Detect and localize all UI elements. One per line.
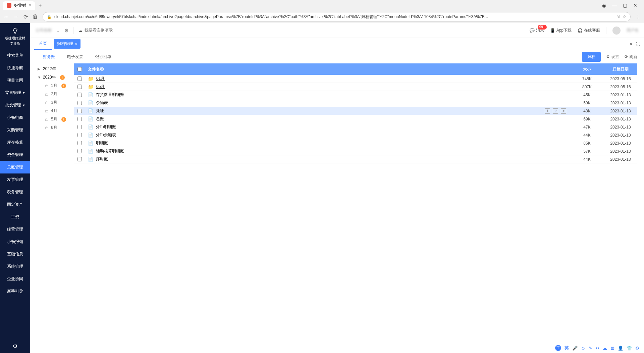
reload-icon[interactable]: ⟳ (23, 14, 28, 20)
sidebar-item-14[interactable]: 经营管理 (0, 223, 30, 236)
table-row[interactable]: 📄明细账85K2023-01-13 (74, 139, 637, 147)
table-row[interactable]: 📄外币余额表44K2023-01-13 (74, 131, 637, 139)
chevron-down-icon[interactable]: ⌄ (56, 28, 60, 33)
sidebar-settings-icon[interactable]: ⚙ (0, 339, 30, 353)
row-checkbox[interactable] (77, 109, 82, 113)
sidebar-item-5[interactable]: 小畅电商 (0, 111, 30, 124)
ime-smile-icon[interactable]: ☺ (581, 346, 585, 351)
tree-month-4[interactable]: 🗀4月 (37, 107, 74, 115)
settings-link[interactable]: ⚙ 设置 (606, 54, 619, 60)
star-icon[interactable]: ☆ (623, 14, 626, 19)
table-row[interactable]: 📄辅助核算明细账57K2023-01-13 (74, 147, 637, 155)
close-tab-icon[interactable]: × (75, 42, 77, 46)
row-checkbox[interactable] (77, 101, 82, 105)
row-checkbox[interactable] (77, 93, 82, 97)
delete-icon[interactable]: 🗑 (33, 14, 38, 20)
row-checkbox[interactable] (77, 77, 82, 81)
sidebar-item-18[interactable]: 企业协同 (0, 273, 30, 285)
refresh-link[interactable]: ⟳ 刷新 (625, 54, 637, 60)
tree-month-3[interactable]: 🗀3月 (37, 98, 74, 107)
table-row[interactable]: 📄余额表59K2023-01-13 (74, 99, 637, 107)
sidebar-item-4[interactable]: 批发管理▼ (0, 99, 30, 111)
demo-link[interactable]: ☁ 我要看实例演示 (78, 28, 113, 33)
tree-year-2022[interactable]: ▶ 2022年 (37, 65, 74, 73)
forward-icon[interactable]: → (13, 14, 19, 20)
table-row[interactable]: 📄外币明细账47K2023-01-13 (74, 123, 637, 131)
row-checkbox[interactable] (77, 157, 82, 161)
subtab-finance[interactable]: 财务账 (37, 51, 61, 63)
ime-voice-icon[interactable]: 🎤 (572, 346, 578, 351)
sidebar-item-13[interactable]: 工资 (0, 211, 30, 223)
maximize-icon[interactable]: ▢ (623, 3, 627, 8)
sidebar-item-6[interactable]: 采购管理 (0, 124, 30, 136)
table-row[interactable]: 📄凭证⬇↗👁48K2023-01-13 (74, 107, 637, 115)
sidebar-item-11[interactable]: 税务管理 (0, 186, 30, 198)
ime-indicator-icon[interactable]: 王 (555, 345, 561, 351)
table-row[interactable]: 📁01月748K2023-05-16 (74, 75, 637, 83)
close-tab-icon[interactable]: × (29, 3, 31, 8)
row-checkbox[interactable] (77, 85, 82, 89)
row-checkbox[interactable] (77, 117, 82, 121)
tab-home[interactable]: 首页 (34, 38, 52, 50)
download-button[interactable]: 📱 App下载 (550, 28, 572, 33)
browser-tab[interactable]: 好业财 × (3, 1, 35, 10)
ime-cloud-icon[interactable]: ☁ (603, 346, 607, 351)
sidebar-item-0[interactable]: 搜索菜单 (0, 49, 30, 62)
more-icon[interactable]: ⋮ (635, 14, 641, 20)
archive-button[interactable]: 归档 (582, 52, 601, 62)
ime-grid-icon[interactable]: ▦ (610, 346, 614, 351)
sidebar-item-8[interactable]: 资金管理 (0, 149, 30, 161)
avatar[interactable] (612, 27, 621, 35)
minimize-icon[interactable]: — (612, 3, 617, 8)
address-input[interactable]: 🔒 cloud.chanjet.com/cc/u6d89qwnryel/57bf… (43, 12, 631, 21)
sidebar-item-12[interactable]: 固定资产 (0, 198, 30, 211)
sidebar-item-7[interactable]: 库存核算 (0, 136, 30, 149)
sidebar-item-16[interactable]: 基础信息 (0, 248, 30, 260)
sidebar-item-19[interactable]: 新手引导 (0, 285, 30, 298)
sidebar-item-17[interactable]: 系统管理 (0, 260, 30, 273)
ime-edit-icon[interactable]: ✎ (589, 346, 592, 351)
sidebar-item-1[interactable]: 快捷导航 (0, 62, 30, 74)
sidebar-item-3[interactable]: 零售管理▼ (0, 87, 30, 99)
ime-scissor-icon[interactable]: ✂ (596, 346, 599, 351)
ime-gear-icon[interactable]: ⚙ (635, 346, 639, 351)
close-window-icon[interactable]: ✕ (633, 3, 637, 8)
messages-button[interactable]: 💬 消息 99+ (530, 28, 544, 33)
table-row[interactable]: 📄存货数量明细账45K2023-01-13 (74, 91, 637, 99)
close-all-tabs-icon[interactable]: ✕ (629, 42, 633, 46)
row-checkbox[interactable] (77, 125, 82, 129)
new-tab-button[interactable]: + (35, 1, 45, 10)
select-all-checkbox[interactable] (77, 67, 82, 71)
ime-user-icon[interactable]: 👤 (618, 346, 623, 351)
tab-archive[interactable]: 归档管理 × (54, 39, 80, 49)
tree-month-5[interactable]: 🗀5月! (37, 115, 74, 123)
row-checkbox[interactable] (77, 149, 82, 153)
table-row[interactable]: 📄总账69K2023-01-13 (74, 115, 637, 123)
row-checkbox[interactable] (77, 141, 82, 145)
table-row[interactable]: 📁05月807K2023-05-16 (74, 83, 637, 91)
tree-month-2[interactable]: 🗀2月 (37, 90, 74, 98)
service-button[interactable]: 🎧 在线客服 (578, 28, 600, 33)
tree-month-6[interactable]: 🗀6月 (37, 123, 74, 132)
subtab-bankslip[interactable]: 银行回单 (89, 51, 117, 63)
install-icon[interactable]: ⇲ (616, 14, 620, 19)
row-checkbox[interactable] (77, 133, 82, 137)
company-select[interactable]: 公司名称 (36, 28, 52, 33)
ime-skin-icon[interactable]: 👕 (627, 346, 632, 351)
tree-month-1[interactable]: 🗀1月! (37, 82, 74, 90)
back-icon[interactable]: ← (3, 14, 9, 20)
ime-lang[interactable]: 英 (565, 345, 569, 351)
sidebar-item-2[interactable]: 项目合同 (0, 74, 30, 87)
browser-menu-icon[interactable]: ◉ (602, 3, 606, 8)
settings-gear-icon[interactable]: ⚙ (64, 28, 69, 33)
sidebar-item-15[interactable]: 小畅报销 (0, 236, 30, 248)
tree-year-2023[interactable]: ▼ 2023年 ! (37, 73, 74, 82)
sidebar-item-9[interactable]: 总账管理 (0, 161, 30, 173)
sidebar-item-10[interactable]: 发票管理 (0, 173, 30, 186)
subtab-einvoice[interactable]: 电子发票 (61, 51, 89, 63)
download-icon[interactable]: ⬇ (545, 108, 550, 114)
view-icon[interactable]: 👁 (561, 108, 566, 114)
table-row[interactable]: 📄序时账44K2023-01-13 (74, 155, 637, 163)
export-icon[interactable]: ↗ (553, 108, 558, 114)
fullscreen-icon[interactable]: ⛶ (636, 42, 640, 46)
